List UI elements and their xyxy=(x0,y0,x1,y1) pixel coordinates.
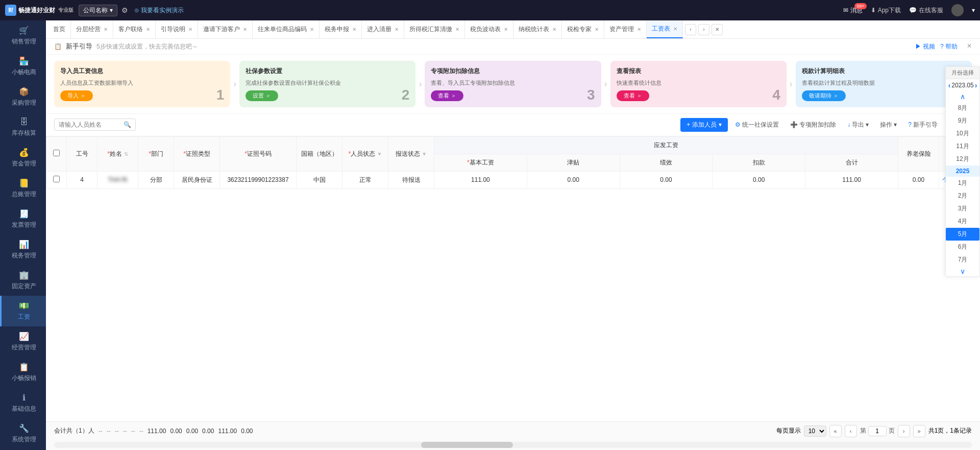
sidebar-item-report[interactable]: 📋 小畅报销 xyxy=(0,357,46,388)
sidebar-item-invoice[interactable]: 🧾 发票管理 xyxy=(0,204,46,234)
sidebar-item-tax[interactable]: 📊 税务管理 xyxy=(0,234,46,265)
step-2-btn[interactable]: 设置 ＞ xyxy=(246,90,409,101)
tab-tax-report-close[interactable]: ✕ xyxy=(352,27,356,32)
sidebar-item-purchase[interactable]: 📦 采购管理 xyxy=(0,82,46,112)
search-input[interactable] xyxy=(59,121,121,128)
month-12[interactable]: 12月 xyxy=(946,153,979,165)
month-2[interactable]: 2月 xyxy=(946,190,979,202)
month-11[interactable]: 11月 xyxy=(946,140,979,153)
next-page-btn[interactable]: › xyxy=(898,425,910,437)
tab-tax-calc-close[interactable]: ✕ xyxy=(455,27,459,32)
scrollbar-track[interactable] xyxy=(54,442,972,448)
tab-close-all-btn[interactable]: ✕ xyxy=(712,24,723,35)
step-5-action-btn[interactable]: 敬请期待 ＞ xyxy=(802,90,846,101)
app-download-btn[interactable]: ⬇ App下载 xyxy=(871,6,901,15)
step-3-action-btn[interactable]: 查看 ＞ xyxy=(431,90,463,101)
tab-goods-code[interactable]: 往来单位商品编码 ✕ xyxy=(253,20,320,38)
tab-guide[interactable]: 引导说明 ✕ xyxy=(156,20,198,38)
month-7[interactable]: 7月 xyxy=(946,253,979,266)
step-2-action-btn[interactable]: 设置 ＞ xyxy=(246,90,278,101)
special-deduct-btn[interactable]: ➕ 专项附加扣除 xyxy=(786,119,840,131)
tab-tax-expert-close[interactable]: ✕ xyxy=(595,27,599,32)
tab-tax-exemption-close[interactable]: ✕ xyxy=(504,27,508,32)
name-sort-icon[interactable]: ⇅ xyxy=(124,151,128,157)
tab-tax-stats[interactable]: 纳税统计表 ✕ xyxy=(513,20,562,38)
user-menu-icon[interactable]: ▾ xyxy=(972,7,975,14)
tab-home[interactable]: 首页 xyxy=(48,20,71,38)
tab-tax-exemption[interactable]: 税负波动表 ✕ xyxy=(465,20,513,38)
message-btn[interactable]: ✉ 消息 99+ xyxy=(843,6,863,15)
tab-next-btn[interactable]: › xyxy=(698,24,709,35)
sidebar-item-sales[interactable]: 🛒 销售管理 xyxy=(0,20,46,51)
th-checkbox[interactable] xyxy=(46,136,67,171)
guide-video-link[interactable]: ▶ 视频 xyxy=(915,42,935,51)
sidebar-item-basic[interactable]: ℹ 基础信息 xyxy=(0,388,46,418)
sidebar-item-system[interactable]: 🔧 系统管理 xyxy=(0,418,46,449)
sidebar-item-ledger[interactable]: 📒 总账管理 xyxy=(0,173,46,204)
month-6[interactable]: 6月 xyxy=(946,241,979,253)
step-1-action-btn[interactable]: 导入 ＞ xyxy=(60,90,93,101)
scrollbar-thumb[interactable] xyxy=(421,442,513,448)
tab-prev-btn[interactable]: ‹ xyxy=(685,24,696,35)
tab-liquidation-close[interactable]: ✕ xyxy=(395,27,399,32)
tab-asset-mgmt-close[interactable]: ✕ xyxy=(637,27,641,32)
tab-salary-close[interactable]: ✕ xyxy=(673,26,677,32)
month-9[interactable]: 9月 xyxy=(946,114,979,127)
tab-invite-close[interactable]: ✕ xyxy=(243,27,247,32)
tab-tax-report[interactable]: 税务申报 ✕ xyxy=(320,20,362,38)
year-prev-btn[interactable]: ‹ xyxy=(948,81,951,89)
tab-invite[interactable]: 邀请下游客户 ✕ xyxy=(198,20,253,38)
tab-liquidation[interactable]: 进入清册 ✕ xyxy=(362,20,404,38)
step-3-btn[interactable]: 查看 ＞ xyxy=(431,90,595,101)
row-checkbox[interactable] xyxy=(53,176,60,182)
month-8[interactable]: 8月 xyxy=(946,102,979,114)
month-10[interactable]: 10月 xyxy=(946,127,979,140)
tab-salary[interactable]: 工资表 ✕ xyxy=(647,20,683,38)
month-4[interactable]: 4月 xyxy=(946,215,979,228)
sidebar-item-inventory[interactable]: 🗄 库存核算 xyxy=(0,112,46,143)
tab-goods-code-close[interactable]: ✕ xyxy=(310,27,314,32)
company-selector[interactable]: 公司名称 ▾ xyxy=(79,5,117,16)
tab-tax-expert[interactable]: 税检专家 ✕ xyxy=(562,20,604,38)
report-status-filter-icon[interactable]: ▼ xyxy=(422,151,427,157)
demo-link[interactable]: 我要看实例演示 xyxy=(134,6,184,15)
sidebar-item-finance[interactable]: 💰 资金管理 xyxy=(0,143,46,173)
month-1[interactable]: 1月 xyxy=(946,177,979,190)
operate-btn[interactable]: 操作 ▾ xyxy=(876,119,901,131)
month-5[interactable]: 5月 xyxy=(946,228,979,241)
add-employee-btn[interactable]: + 添加人员 ▾ xyxy=(680,118,728,132)
settings-icon[interactable]: ⚙ xyxy=(121,6,128,14)
tab-tax-calc[interactable]: 所得税汇算清缴 ✕ xyxy=(404,20,465,38)
step-4-action-btn[interactable]: 查看 ＞ xyxy=(617,90,649,101)
export-btn[interactable]: ↓ 导出 ▾ xyxy=(843,119,873,131)
sidebar-item-operations[interactable]: 📈 经营管理 xyxy=(0,326,46,357)
tab-partition[interactable]: 分层经营 ✕ xyxy=(71,20,113,38)
page-number-input[interactable] xyxy=(868,426,887,436)
page-size-select[interactable]: 10 20 50 xyxy=(804,425,826,437)
user-avatar[interactable] xyxy=(951,4,964,16)
month-3[interactable]: 3月 xyxy=(946,202,979,215)
online-service-btn[interactable]: 💬 在线客服 xyxy=(909,6,943,15)
status-filter-icon[interactable]: ▼ xyxy=(377,151,382,157)
year-next-btn[interactable]: › xyxy=(975,81,977,89)
step-5-btn[interactable]: 敬请期待 ＞ xyxy=(802,90,966,101)
select-all-checkbox[interactable] xyxy=(53,150,60,156)
sidebar-item-assets[interactable]: 🏢 固定资产 xyxy=(0,265,46,296)
new-guide-btn[interactable]: ? 新手引导 xyxy=(904,119,942,131)
step-4-btn[interactable]: 查看 ＞ xyxy=(617,90,780,101)
row-checkbox-cell[interactable] xyxy=(46,171,67,188)
tab-partition-close[interactable]: ✕ xyxy=(104,27,108,32)
tab-tax-stats-close[interactable]: ✕ xyxy=(552,27,556,32)
search-box[interactable]: 🔍 xyxy=(54,119,136,131)
month-expand-down[interactable]: ∨ xyxy=(946,266,979,276)
unified-settings-btn[interactable]: ⚙ 统一社保设置 xyxy=(731,119,783,131)
tab-customer[interactable]: 客户联络 ✕ xyxy=(113,20,156,38)
first-page-btn[interactable]: « xyxy=(829,425,842,437)
guide-help-link[interactable]: ? 帮助 xyxy=(940,42,958,51)
month-expand-up[interactable]: ∧ xyxy=(946,91,979,102)
step-1-btn[interactable]: 导入 ＞ xyxy=(60,90,224,101)
tab-asset-mgmt[interactable]: 资产管理 ✕ xyxy=(604,20,647,38)
tab-guide-close[interactable]: ✕ xyxy=(188,27,192,32)
sidebar-item-ecommerce[interactable]: 🏪 小畅电商 xyxy=(0,51,46,82)
guide-close-btn[interactable]: ✕ xyxy=(967,42,972,51)
